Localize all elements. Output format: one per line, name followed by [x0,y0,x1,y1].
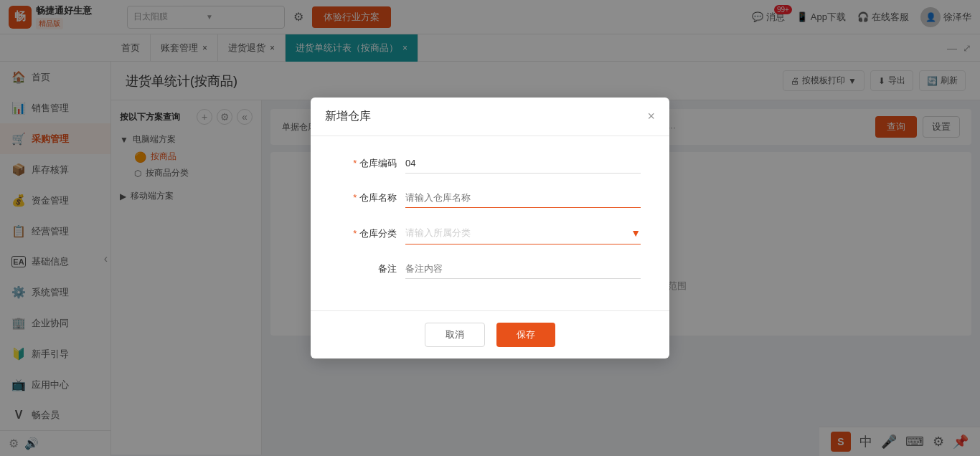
code-required-star: * [353,158,357,168]
cancel-button[interactable]: 取消 [425,323,485,347]
category-dropdown-icon: ▼ [631,227,641,239]
name-required-star: * [353,192,357,203]
modal-footer: 取消 保存 [311,310,669,358]
category-label: * 仓库分类 [339,227,397,240]
category-field-row: * 仓库分类 请输入所属分类 ▼ [339,222,641,244]
note-label: 备注 [339,262,397,275]
modal-overlay[interactable]: 新增仓库 × * 仓库编码 * 仓库名称 [0,0,980,456]
modal-close-button[interactable]: × [647,109,655,124]
category-select[interactable]: 请输入所属分类 ▼ [405,222,641,244]
modal-header: 新增仓库 × [311,98,669,136]
category-required-star: * [353,228,357,239]
new-warehouse-modal: 新增仓库 × * 仓库编码 * 仓库名称 [311,98,669,358]
category-placeholder: 请输入所属分类 [405,227,471,239]
name-label: * 仓库名称 [339,191,397,204]
modal-title: 新增仓库 [325,109,371,124]
note-field-row: 备注 [339,259,641,279]
name-field-row: * 仓库名称 [339,188,641,208]
note-input[interactable] [405,259,641,279]
name-input[interactable] [405,188,641,208]
modal-body: * 仓库编码 * 仓库名称 * 仓库分类 请输入 [311,136,669,310]
code-field-row: * 仓库编码 [339,153,641,174]
save-button[interactable]: 保存 [496,323,555,347]
code-input[interactable] [405,153,641,174]
code-label: * 仓库编码 [339,157,397,170]
